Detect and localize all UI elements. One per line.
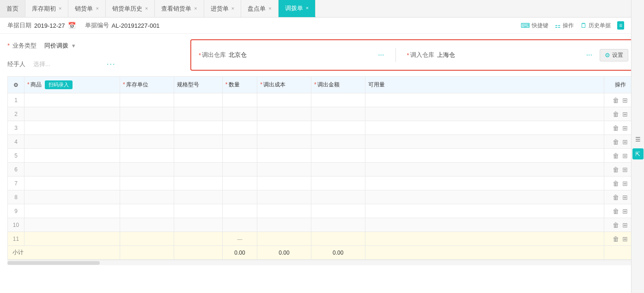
cell-unit-3[interactable]: [120, 121, 174, 135]
cell-unit-1[interactable]: [120, 93, 174, 107]
tab-close-sales[interactable]: ×: [96, 6, 98, 11]
sidebar-doc-icon[interactable]: ☰: [632, 134, 644, 145]
history-btn[interactable]: 🗒 历史单据: [580, 22, 611, 30]
cell-spec-9[interactable]: [174, 204, 222, 218]
shortcuts-btn[interactable]: ⌨ 快捷键: [521, 22, 548, 30]
tab-close-transfer[interactable]: ×: [306, 6, 309, 11]
delete-btn-6[interactable]: 🗑: [613, 166, 619, 173]
copy-btn-1[interactable]: ⊞: [622, 97, 628, 104]
cell-unit-4[interactable]: [120, 135, 174, 149]
cell-available-9[interactable]: [365, 204, 604, 218]
cell-cost-2[interactable]: [257, 107, 311, 121]
delete-btn-4[interactable]: 🗑: [613, 138, 619, 146]
copy-btn-5[interactable]: ⊞: [622, 152, 628, 159]
cell-cost-1[interactable]: [257, 93, 311, 107]
cell-qty-7[interactable]: [222, 177, 257, 190]
cell-spec-10[interactable]: [174, 218, 222, 232]
cell-spec-11[interactable]: [174, 232, 222, 246]
tab-close-purchase[interactable]: ×: [231, 6, 234, 11]
delete-btn-10[interactable]: 🗑: [613, 221, 619, 229]
cell-qty-8[interactable]: [222, 190, 257, 204]
in-warehouse-dots-btn[interactable]: ···: [586, 51, 592, 59]
tab-view-sales[interactable]: 查看销货单 ×: [155, 0, 204, 17]
handler-dots-btn[interactable]: ···: [107, 60, 115, 68]
delete-btn-11[interactable]: 🗑: [613, 235, 619, 243]
cell-qty-9[interactable]: [222, 204, 257, 218]
cell-available-7[interactable]: [365, 177, 604, 190]
cell-amount-4[interactable]: [311, 135, 365, 149]
tab-close-stock-init[interactable]: ×: [59, 6, 61, 11]
biz-type-select[interactable]: 同价调拨 ▼: [40, 39, 114, 52]
cell-product-3[interactable]: [24, 121, 120, 135]
cell-qty-5[interactable]: [222, 149, 257, 163]
sidebar-expand-icon[interactable]: ⇱: [632, 148, 644, 159]
cell-available-8[interactable]: [365, 190, 604, 204]
cell-amount-11[interactable]: [311, 232, 365, 246]
tab-home[interactable]: 首页: [0, 0, 25, 17]
cell-product-9[interactable]: [24, 204, 120, 218]
cell-qty-10[interactable]: [222, 218, 257, 232]
cell-available-6[interactable]: [365, 163, 604, 177]
copy-btn-4[interactable]: ⊞: [622, 138, 628, 146]
tab-sales[interactable]: 销货单 ×: [68, 0, 105, 17]
calendar-icon[interactable]: 📅: [68, 22, 76, 29]
cell-amount-7[interactable]: [311, 177, 365, 190]
delete-btn-5[interactable]: 🗑: [613, 152, 619, 159]
cell-product-7[interactable]: [24, 177, 120, 190]
cell-product-4[interactable]: [24, 135, 120, 149]
tab-transfer[interactable]: 调拨单 ×: [279, 0, 316, 17]
tab-close-inventory[interactable]: ×: [268, 6, 271, 11]
cell-qty-1[interactable]: [222, 93, 257, 107]
horizontal-scrollbar[interactable]: [7, 260, 637, 265]
handler-select[interactable]: 选择...: [29, 58, 103, 71]
cell-available-4[interactable]: [365, 135, 604, 149]
cell-product-11[interactable]: [24, 232, 120, 246]
cell-spec-5[interactable]: [174, 149, 222, 163]
copy-btn-6[interactable]: ⊞: [622, 166, 628, 173]
delete-btn-9[interactable]: 🗑: [613, 208, 619, 215]
cell-amount-6[interactable]: [311, 163, 365, 177]
cell-product-10[interactable]: [24, 218, 120, 232]
cell-spec-7[interactable]: [174, 177, 222, 190]
cell-product-6[interactable]: [24, 163, 120, 177]
cell-amount-1[interactable]: [311, 93, 365, 107]
cell-unit-8[interactable]: [120, 190, 174, 204]
delete-btn-2[interactable]: 🗑: [613, 110, 619, 118]
copy-btn-11[interactable]: ⊞: [622, 235, 628, 243]
cell-available-5[interactable]: [365, 149, 604, 163]
cell-product-8[interactable]: [24, 190, 120, 204]
tab-stock-init[interactable]: 库存期初 ×: [25, 0, 68, 17]
cell-cost-5[interactable]: [257, 149, 311, 163]
cell-cost-9[interactable]: [257, 204, 311, 218]
cell-cost-10[interactable]: [257, 218, 311, 232]
cell-cost-3[interactable]: [257, 121, 311, 135]
cell-available-2[interactable]: [365, 107, 604, 121]
delete-btn-3[interactable]: 🗑: [613, 124, 619, 132]
copy-btn-3[interactable]: ⊞: [622, 124, 628, 132]
tab-sales-history[interactable]: 销货单历史 ×: [106, 0, 155, 17]
tab-close-sales-history[interactable]: ×: [145, 6, 148, 11]
cell-cost-7[interactable]: [257, 177, 311, 190]
cell-qty-4[interactable]: [222, 135, 257, 149]
cell-spec-6[interactable]: [174, 163, 222, 177]
copy-btn-7[interactable]: ⊞: [622, 180, 628, 187]
copy-btn-9[interactable]: ⊞: [622, 208, 628, 215]
cell-amount-5[interactable]: [311, 149, 365, 163]
cell-qty-2[interactable]: [222, 107, 257, 121]
cell-amount-10[interactable]: [311, 218, 365, 232]
copy-btn-10[interactable]: ⊞: [622, 221, 628, 229]
cell-product-5[interactable]: [24, 149, 120, 163]
cell-spec-2[interactable]: [174, 107, 222, 121]
operations-btn[interactable]: ⚏ 操作: [555, 22, 574, 30]
cell-product-1[interactable]: [24, 93, 120, 107]
cell-amount-8[interactable]: [311, 190, 365, 204]
cell-cost-4[interactable]: [257, 135, 311, 149]
tab-inventory[interactable]: 盘点单 ×: [241, 0, 278, 17]
cell-unit-7[interactable]: [120, 177, 174, 190]
cell-spec-1[interactable]: [174, 93, 222, 107]
cell-spec-8[interactable]: [174, 190, 222, 204]
cell-cost-8[interactable]: [257, 190, 311, 204]
copy-btn-2[interactable]: ⊞: [622, 110, 628, 118]
delete-btn-1[interactable]: 🗑: [613, 97, 619, 104]
cell-product-2[interactable]: [24, 107, 120, 121]
